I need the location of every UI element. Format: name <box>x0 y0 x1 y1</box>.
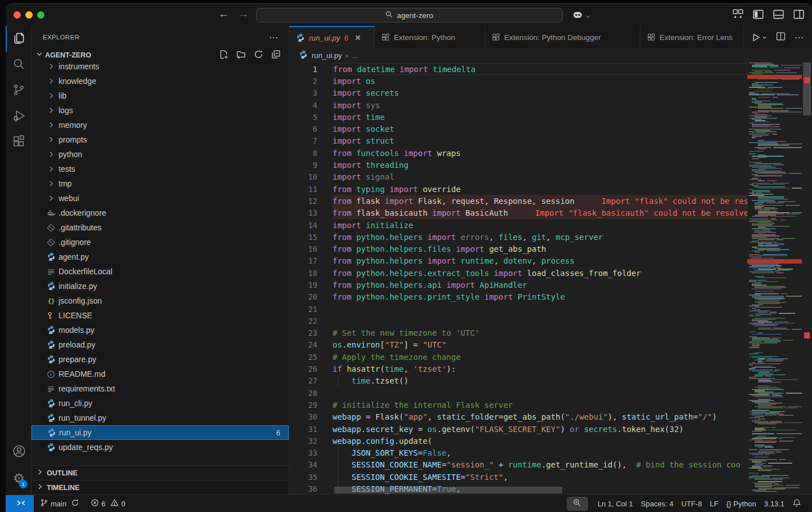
minimap[interactable] <box>747 63 802 495</box>
tree-file-initialize-py[interactable]: initialize.py <box>32 279 289 293</box>
code-line-6[interactable]: 6import socket <box>289 123 747 135</box>
vertical-scrollbar-thumb[interactable] <box>803 63 811 115</box>
tree-file-update-reqs-py[interactable]: update_reqs.py <box>32 440 289 455</box>
tree-file-run-ui-py[interactable]: run_ui.py6 <box>32 425 289 440</box>
toggle-primary-sidebar-button[interactable] <box>753 9 764 20</box>
tree-folder-python[interactable]: python <box>32 147 289 162</box>
code-line-7[interactable]: 7import struct <box>289 135 747 147</box>
code-line-21[interactable]: 21 <box>289 303 747 315</box>
close-window-button[interactable] <box>14 11 21 19</box>
copilot-menu[interactable] <box>572 9 591 23</box>
tree-file-dockerfilelocal[interactable]: DockerfileLocal <box>32 264 289 279</box>
tree-file-readme-md[interactable]: README.md <box>32 367 289 381</box>
code-line-5[interactable]: 5import time <box>289 111 747 123</box>
tab-extension-error-lens[interactable]: Extension: Error Lens <box>640 26 743 48</box>
activity-explorer-button[interactable] <box>6 26 31 52</box>
breadcrumb-file[interactable]: run_ui.py <box>312 51 342 60</box>
code-line-22[interactable]: 22 <box>289 315 747 327</box>
split-editor-button[interactable] <box>776 32 786 43</box>
tree-folder-logs[interactable]: logs <box>32 103 289 118</box>
code-line-1[interactable]: 1from datetime import timedelta <box>289 63 747 75</box>
tree-folder-lib[interactable]: lib <box>32 88 289 103</box>
eol-button[interactable]: LF <box>706 500 723 508</box>
accounts-button[interactable] <box>6 439 31 465</box>
code-line-10[interactable]: 10import signal <box>289 171 747 183</box>
code-line-24[interactable]: 24os.environ["TZ"] = "UTC" <box>289 339 747 351</box>
code-line-9[interactable]: 9import threading <box>289 159 747 171</box>
settings-button[interactable]: ⚙ 1 <box>6 465 31 491</box>
tree-file-models-py[interactable]: models.py <box>32 323 289 337</box>
indentation-button[interactable]: Spaces: 4 <box>637 500 678 508</box>
timeline-panel-header[interactable]: TIMELINE <box>32 480 289 495</box>
explorer-more-actions-button[interactable]: ⋯ <box>269 32 279 43</box>
encoding-button[interactable]: UTF-8 <box>678 500 706 508</box>
tree-file--dockerignore[interactable]: .dockerignore <box>32 206 289 220</box>
problems-status-button[interactable]: 6 0 <box>87 495 129 512</box>
code-line-11[interactable]: 11from typing import override <box>289 183 747 195</box>
run-python-file-button[interactable] <box>751 33 767 42</box>
tree-folder-tests[interactable]: tests <box>32 162 289 176</box>
tree-folder-prompts[interactable]: prompts <box>32 132 289 147</box>
vertical-scrollbar[interactable] <box>802 63 812 495</box>
zoom-status-button[interactable] <box>567 497 588 511</box>
code-line-34[interactable]: 34 SESSION_COOKIE_NAME="session_" + runt… <box>289 459 747 471</box>
code-line-23[interactable]: 23# Set the new timezone to 'UTC' <box>289 327 747 339</box>
code-line-29[interactable]: 29# initialize the internal Flask server <box>289 399 747 411</box>
tree-file-license[interactable]: LICENSE <box>32 308 289 323</box>
tree-file-preload-py[interactable]: preload.py <box>32 337 289 352</box>
activity-search-button[interactable] <box>6 52 31 78</box>
code-line-4[interactable]: 4import sys <box>289 99 747 111</box>
back-button[interactable]: ← <box>218 8 229 20</box>
tree-file--gitignore[interactable]: .gitignore <box>32 235 289 250</box>
tab-extension-python[interactable]: Extension: Python <box>375 26 485 48</box>
code-line-13[interactable]: 13from flask_basicauth import BasicAuthI… <box>289 207 747 219</box>
minimize-window-button[interactable] <box>25 11 33 19</box>
code-line-33[interactable]: 33 JSON_SORT_KEYS=False, <box>289 447 747 459</box>
toggle-panel-button[interactable] <box>773 9 784 20</box>
language-mode-button[interactable]: {} Python <box>723 500 760 508</box>
tree-file--gitattributes[interactable]: .gitattributes <box>32 220 289 235</box>
activity-run-debug-button[interactable] <box>6 104 31 130</box>
zoom-window-button[interactable] <box>37 11 44 19</box>
customize-layout-button[interactable] <box>733 9 743 20</box>
tree-file-agent-py[interactable]: agent.py <box>32 250 289 264</box>
tree-folder-webui[interactable]: webui <box>32 191 289 206</box>
code-line-26[interactable]: 26if hasattr(time, 'tzset'): <box>289 363 747 375</box>
code-line-25[interactable]: 25# Apply the timezone change <box>289 351 747 363</box>
branch-status-button[interactable]: main <box>36 495 83 512</box>
code-line-8[interactable]: 8from functools import wraps <box>289 147 747 159</box>
tree-folder-knowledge[interactable]: knowledge <box>32 74 289 88</box>
tree-file-run-cli-py[interactable]: run_cli.py <box>32 396 289 411</box>
horizontal-scrollbar[interactable] <box>334 487 562 493</box>
code-line-28[interactable]: 28 <box>289 387 747 399</box>
command-center-search[interactable]: agent-zero <box>256 8 563 23</box>
code-line-12[interactable]: 12from flask import Flask, request, Resp… <box>289 195 747 207</box>
notifications-button[interactable] <box>788 498 805 509</box>
code-editor[interactable]: 1from datetime import timedelta2import o… <box>289 63 812 495</box>
activity-source-control-button[interactable] <box>6 78 31 104</box>
python-interpreter-button[interactable]: 3.13.1 <box>760 500 788 508</box>
breadcrumb-symbol-ellipsis[interactable]: ... <box>352 51 358 60</box>
close-tab-button[interactable]: ✕ <box>355 33 361 42</box>
code-line-3[interactable]: 3import secrets <box>289 87 747 99</box>
code-line-2[interactable]: 2import os <box>289 75 747 87</box>
code-line-14[interactable]: 14import initialize <box>289 219 747 231</box>
code-line-35[interactable]: 35 SESSION_COOKIE_SAMESITE="Strict", <box>289 471 747 483</box>
code-line-30[interactable]: 30webapp = Flask("app", static_folder=ge… <box>289 411 747 423</box>
tree-file-prepare-py[interactable]: prepare.py <box>32 352 289 367</box>
code-line-31[interactable]: 31webapp.secret_key = os.getenv("FLASK_S… <box>289 423 747 435</box>
cursor-position-button[interactable]: Ln 1, Col 1 <box>594 500 637 508</box>
tree-file-requirements-txt[interactable]: requirements.txt <box>32 381 289 396</box>
forward-button[interactable]: → <box>238 8 249 20</box>
tree-folder-memory[interactable]: memory <box>32 118 289 132</box>
code-line-27[interactable]: 27 time.tzset() <box>289 375 747 387</box>
tree-folder-tmp[interactable]: tmp <box>32 176 289 191</box>
tree-folder-instruments[interactable]: instruments <box>32 59 289 74</box>
code-line-16[interactable]: 16from python.helpers.files import get_a… <box>289 243 747 255</box>
code-line-18[interactable]: 18from python.helpers.extract_tools impo… <box>289 267 747 279</box>
tree-file-run-tunnel-py[interactable]: run_tunnel.py <box>32 411 289 425</box>
activity-extensions-button[interactable] <box>6 130 31 155</box>
editor-more-actions-button[interactable]: ⋯ <box>795 32 804 43</box>
tab-extension-python-debugger[interactable]: Extension: Python Debugger <box>485 26 640 48</box>
outline-panel-header[interactable]: OUTLINE <box>32 465 289 480</box>
